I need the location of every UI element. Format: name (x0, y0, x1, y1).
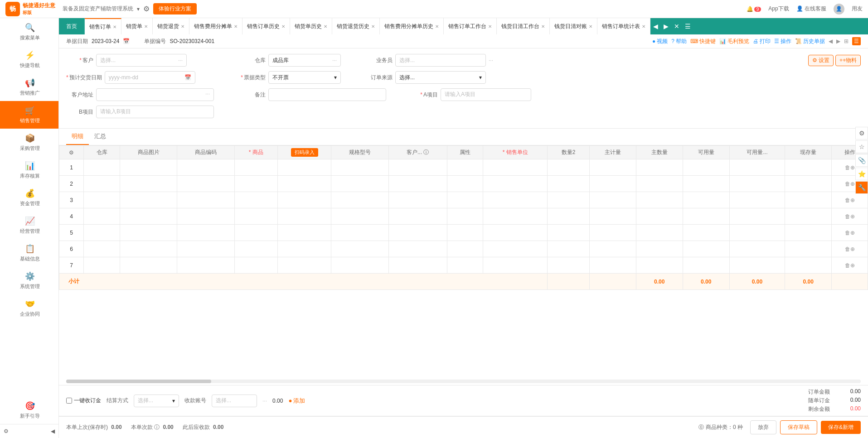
delivery-calendar-icon[interactable]: 📅 (184, 74, 191, 81)
app-download-link[interactable]: App下载 (768, 5, 789, 13)
online-service-link[interactable]: 👤 在线客服 (796, 5, 826, 13)
tab-home[interactable]: 首页 (59, 18, 85, 34)
tab-menu-btn[interactable]: ☰ (682, 18, 693, 34)
notice-icon[interactable]: 🔔9 (747, 6, 761, 12)
right-panel-icon-4[interactable]: ⭐ (855, 168, 868, 180)
payment-method-select[interactable]: 选择... ▾ (134, 395, 179, 407)
sidebar-item-guide[interactable]: 🎯 新手引导 (0, 396, 58, 424)
tab-close-cash-reconcile[interactable]: ✕ (589, 24, 592, 29)
row-action-6[interactable]: 🗑⊕ (832, 241, 868, 257)
warehouse-input[interactable]: 成品库 ··· (268, 54, 341, 67)
sidebar-item-operation[interactable]: 📈 经营管理 (0, 212, 58, 239)
copy-icon[interactable]: ⊕ (850, 213, 855, 220)
row-action-3[interactable]: 🗑⊕ (832, 192, 868, 208)
tab-close-order-history[interactable]: ✕ (281, 24, 285, 29)
tab-detail[interactable]: 明细 (66, 129, 89, 145)
row-action-7[interactable]: 🗑⊕ (832, 257, 868, 274)
sidebar-item-system[interactable]: ⚙️ 系统管理 (0, 267, 58, 294)
nav-next-icon[interactable]: ▶ (836, 38, 840, 44)
tab-close-cash-workbench[interactable]: ✕ (541, 24, 545, 29)
print-action[interactable]: 🖨 打印 (753, 38, 771, 45)
copy-icon[interactable]: ⊕ (850, 230, 855, 236)
delete-icon[interactable]: 🗑 (845, 164, 850, 171)
right-panel-icon-1[interactable]: ⚙ (855, 127, 868, 140)
tab-goods-history[interactable]: 销货单历史 ✕ (290, 18, 332, 34)
history-action[interactable]: 📜 历史单据 (795, 38, 825, 45)
tab-close-order-workbench[interactable]: ✕ (488, 24, 492, 29)
one-click-deposit-label[interactable]: 一键收订金 (66, 397, 101, 404)
more-payment-icon[interactable]: ··· (262, 398, 267, 404)
dropdown-icon[interactable]: ▾ (137, 6, 140, 12)
tab-order-workbench[interactable]: 销售订单工作台 ✕ (444, 18, 497, 34)
copy-icon[interactable]: ⊕ (850, 197, 855, 203)
tab-close-goods-history[interactable]: ✕ (324, 24, 327, 29)
invoice-type-select[interactable]: 不开票 ▾ (268, 71, 341, 84)
gear-icon[interactable]: ⚙ (143, 5, 150, 13)
tab-return-history[interactable]: 销货退货历史 ✕ (332, 18, 380, 34)
customer-more-icon[interactable]: ··· (178, 57, 183, 63)
order-source-select[interactable]: 选择... ▾ (395, 71, 486, 84)
delete-icon[interactable]: 🗑 (845, 230, 850, 236)
col-settings[interactable]: ⚙ (59, 146, 84, 159)
one-click-deposit-checkbox[interactable] (66, 398, 72, 404)
right-panel-icon-5[interactable]: 🔧 (855, 181, 868, 194)
tab-cost-history[interactable]: 销售费用分摊单历史 ✕ (380, 18, 444, 34)
customer-input[interactable]: 选择... ··· (96, 54, 187, 67)
tab-close-sales-order[interactable]: ✕ (113, 24, 116, 29)
collapse-icon[interactable]: ◀ (51, 428, 55, 434)
add-material-button[interactable]: ++物料 (835, 55, 861, 66)
row-action-4[interactable]: 🗑⊕ (832, 208, 868, 225)
sidebar-item-purchase[interactable]: 📦 采购管理 (0, 129, 58, 156)
settings-bottom-icon[interactable]: ⚙ (4, 428, 9, 434)
operate-action[interactable]: ☰ 操作 (774, 38, 791, 45)
tab-sales-return[interactable]: 销货退货 ✕ (153, 18, 189, 34)
sidebar-item-inventory[interactable]: 📊 库存核算 (0, 156, 58, 184)
copy-icon[interactable]: ⊕ (850, 181, 855, 187)
a-project-input[interactable]: 请输入A项目 (441, 88, 531, 101)
tab-close-sales-stats[interactable]: ✕ (642, 24, 645, 29)
delivery-date-input[interactable]: yyyy-mm-dd 📅 (105, 71, 195, 84)
address-input[interactable]: ··· (96, 88, 214, 101)
tab-sales-order[interactable]: 销售订单 ✕ (85, 18, 121, 34)
copy-icon[interactable]: ⊕ (850, 262, 855, 269)
view-action[interactable]: ● 视频 (652, 38, 668, 45)
staff-more-icon[interactable]: ··· (489, 57, 493, 63)
delete-icon[interactable]: 🗑 (845, 213, 850, 220)
copy-icon[interactable]: ⊕ (850, 246, 855, 252)
help-action[interactable]: ? 帮助 (671, 38, 687, 45)
save-draft-button[interactable]: 保存草稿 (780, 420, 817, 434)
tab-close-return-history[interactable]: ✕ (371, 24, 375, 29)
setting-button[interactable]: ⚙ 设置 (808, 55, 834, 66)
tab-sales-goods[interactable]: 销货单 ✕ (121, 18, 153, 34)
tab-next-btn[interactable]: ▶ (661, 18, 671, 34)
profit-action[interactable]: 📊 毛利预览 (719, 38, 749, 45)
scan-button[interactable]: 扫码录入 (291, 148, 318, 157)
calendar-icon[interactable]: 📅 (123, 38, 130, 44)
row-action-5[interactable]: 🗑⊕ (832, 225, 868, 241)
tab-summary[interactable]: 汇总 (89, 129, 112, 145)
sidebar-item-search[interactable]: 🔍 搜索菜单 (0, 18, 58, 46)
tab-sales-cost[interactable]: 销售费用分摊单 ✕ (189, 18, 242, 34)
tab-close-cost-history[interactable]: ✕ (435, 24, 439, 29)
grid-view-icon[interactable]: ⊞ (844, 38, 849, 44)
staff-input[interactable]: 选择... (395, 54, 486, 67)
save-new-button[interactable]: 保存&新增 (821, 421, 861, 434)
right-panel-icon-2[interactable]: ☆ (855, 140, 868, 153)
delete-icon[interactable]: 🗑 (845, 181, 850, 187)
tab-cash-workbench[interactable]: 钱货日清工作台 ✕ (497, 18, 550, 34)
list-view-icon[interactable]: ☰ (852, 37, 861, 45)
tab-close-sales-cost[interactable]: ✕ (234, 24, 238, 29)
sidebar-item-nav[interactable]: ⚡ 快捷导航 (0, 46, 58, 73)
shortcut-action[interactable]: ⌨ 快捷键 (690, 38, 716, 45)
copy-icon[interactable]: ⊕ (850, 164, 855, 171)
discard-button[interactable]: 放弃 (750, 420, 776, 434)
account-select[interactable]: 选择... (212, 395, 257, 407)
sidebar-item-sales[interactable]: 🛒 销售管理 (0, 101, 58, 129)
delete-icon[interactable]: 🗑 (845, 262, 850, 269)
sidebar-item-basic[interactable]: 📋 基础信息 (0, 239, 58, 267)
tab-prev-btn[interactable]: ◀ (650, 18, 661, 34)
solution-button[interactable]: 体验行业方案 (153, 3, 197, 14)
warehouse-more-icon[interactable]: ··· (332, 57, 337, 63)
delete-icon[interactable]: 🗑 (845, 197, 850, 203)
sidebar-item-marketing[interactable]: 📢 营销推广 (0, 73, 58, 101)
